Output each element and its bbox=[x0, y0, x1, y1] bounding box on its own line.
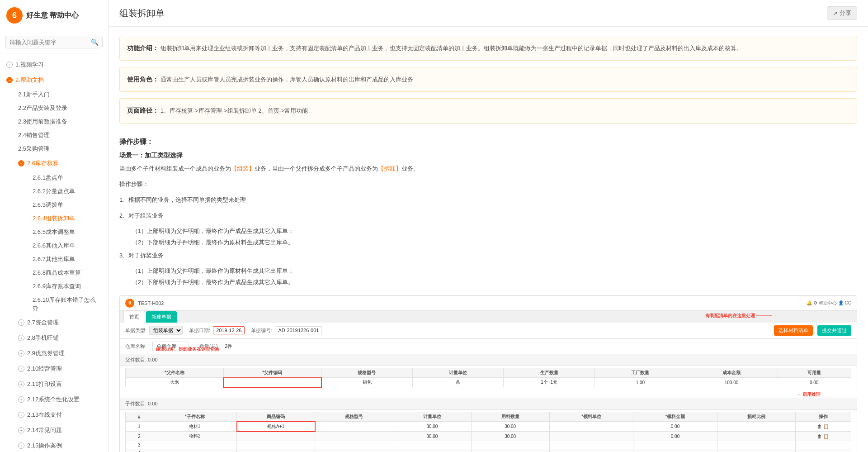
col-sub-spec: 规格型号 bbox=[315, 412, 393, 422]
path-block: 页面路径： 1、库存核算->库存管理->组装拆卸单 2、首页->常用功能 bbox=[119, 98, 857, 123]
step2-2: （2）下部明细为子件明细，最终作为原材料生成其它出库单。 bbox=[132, 237, 857, 248]
step2-1: （1）上部明细为父件明细，最终作为产成品生成其它入库单； bbox=[132, 226, 857, 237]
mock-type-select[interactable]: 组装单据 拆卸单据 bbox=[149, 326, 183, 335]
sidebar-item-coupon[interactable]: + 2.9优惠券管理 bbox=[6, 346, 108, 361]
mock-tab-new[interactable]: 新建单据 bbox=[146, 311, 177, 323]
mock-screen: 6 TEST-H002 🔔 ⚙ 帮助中心 👤 CC 首页 新建单据 单据类型: … bbox=[120, 296, 857, 452]
mock-submit-button[interactable]: 提交并通过 bbox=[817, 325, 851, 336]
expand-icon: + bbox=[18, 335, 24, 341]
mock-bom-btn-wrap: 选择材料清单 有装配清单的在这里处理 ─────→ bbox=[774, 325, 813, 336]
sidebar-item-2.6.2[interactable]: 2.6.2分量盘点单 bbox=[13, 185, 108, 198]
divider1 bbox=[119, 130, 857, 130]
mock-tab-home[interactable]: 首页 bbox=[123, 311, 145, 323]
row-sub-1-name: 物料1 bbox=[153, 422, 237, 432]
role-label: 使用角色： bbox=[127, 76, 159, 83]
mock-count-value: 2件 bbox=[225, 343, 232, 350]
intro-block: 功能介绍： 组装拆卸单用来处理企业组装或拆卸等加工业务，支持有固定装配清单的产品… bbox=[119, 36, 857, 61]
sidebar-item-new[interactable]: 2.1新手入门 bbox=[6, 88, 108, 101]
search-box[interactable]: 🔍 bbox=[5, 36, 103, 48]
search-input[interactable] bbox=[9, 39, 91, 46]
col-sub-loss: 损耗比例 bbox=[717, 412, 795, 422]
mock-annotation-bom: 有装配清单的在这里处理 ─────→ bbox=[705, 313, 777, 319]
sidebar-item-label: 2.12系统个性化设置 bbox=[27, 395, 80, 404]
sidebar-item-label: 2.8手机旺铺 bbox=[27, 334, 59, 342]
row-sub-1-loss bbox=[717, 422, 795, 432]
sidebar-item-docs[interactable]: － 2.帮助文档 bbox=[0, 72, 108, 88]
sidebar-item-mobile[interactable]: + 2.8手机旺铺 bbox=[6, 330, 108, 346]
scenario1-desc: 当由多个子件材料组装成一个成品的业务为【组装】业务，当由一个父件拆分成多个子产品… bbox=[119, 163, 857, 175]
sidebar-item-data[interactable]: 2.3使用前数据准备 bbox=[6, 115, 108, 128]
scenario1-title: 场景一：加工类型选择 bbox=[119, 152, 857, 160]
row-sub-2-spec bbox=[315, 432, 393, 441]
sidebar-item-label: 2.帮助文档 bbox=[15, 76, 44, 84]
sidebar-item-mgmt[interactable]: + 2.10经营管理 bbox=[6, 361, 108, 376]
mock-date-label: 单据日期: bbox=[189, 327, 210, 334]
cell-factory-qty: 1.00 bbox=[595, 378, 686, 387]
sidebar-item-2.6.5[interactable]: 2.6.5成本调整单 bbox=[13, 225, 108, 239]
sidebar-item-2.6.4[interactable]: 2.6.4组装拆卸单 bbox=[13, 212, 108, 225]
sidebar-item-inventory[interactable]: － 2.6库存核算 bbox=[6, 156, 108, 171]
col-spec: 规格型号 bbox=[321, 368, 413, 378]
col-sub-ops: 操作 bbox=[795, 412, 851, 422]
mock-upper-table-wrap: *父件名称 *父件编码 规格型号 计量单位 生产数量 工厂数量 成本金额 可用量 bbox=[120, 366, 857, 391]
mock-bom-button[interactable]: 选择材料清单 bbox=[774, 325, 813, 336]
sidebar-item-faq[interactable]: + 2.14常见问题 bbox=[6, 423, 108, 438]
mock-date-input[interactable]: 2019-12-26 bbox=[213, 326, 245, 334]
cell-spec: 铝包 bbox=[321, 378, 413, 387]
expand-icon: + bbox=[18, 396, 24, 403]
nav-list: + 1.视频学习 － 2.帮助文档 2.1新手入门 2.2产品安装及登录 2.3… bbox=[0, 53, 108, 452]
row-sub-2-pick-unit bbox=[549, 432, 633, 441]
sidebar-item-2.6.8[interactable]: 2.6.8商品成本重算 bbox=[13, 266, 108, 280]
sidebar-item-2.6.10[interactable]: 2.6.10库存账本错了怎么办 bbox=[13, 293, 108, 315]
search-area: 🔍 bbox=[0, 31, 108, 53]
share-button[interactable]: ↗ 分享 bbox=[827, 6, 857, 20]
sidebar-item-cases[interactable]: + 2.15操作案例 bbox=[6, 438, 108, 452]
expand-icon: + bbox=[18, 350, 24, 357]
sidebar-item-onlinepay[interactable]: + 2.13在线支付 bbox=[6, 407, 108, 423]
mock-annotation-type: 组装业务、拆卸业务在这里切换 bbox=[156, 346, 219, 352]
col-parent-code: *父件编码 bbox=[223, 368, 321, 378]
row-sub-2-unit: 30.00 bbox=[393, 432, 471, 441]
sidebar-item-label: 2.14常见问题 bbox=[27, 426, 62, 434]
step2: 2、对于组装业务 bbox=[119, 210, 857, 222]
sidebar-item-sysconfig[interactable]: + 2.12系统个性化设置 bbox=[6, 392, 108, 407]
share-icon: ↗ bbox=[833, 10, 838, 17]
sidebar-item-2.6.9[interactable]: 2.6.9库存账本查询 bbox=[13, 280, 108, 293]
mock-app-header: 6 TEST-H002 🔔 ⚙ 帮助中心 👤 CC bbox=[120, 296, 857, 311]
logo-icon: 6 bbox=[6, 7, 23, 24]
collapse-inventory-icon: － bbox=[18, 160, 24, 167]
path-text: 1、库存核算->库存管理->组装拆卸单 2、首页->常用功能 bbox=[160, 107, 308, 114]
collapse-icon: － bbox=[6, 77, 13, 83]
sidebar-item-2.6.6[interactable]: 2.6.6其他入库单 bbox=[13, 239, 108, 252]
mock-form-area: 仓库名称 总裁仓库 数量(总) 2件 bbox=[120, 339, 857, 354]
sidebar-item-sales[interactable]: 2.4销售管理 bbox=[6, 128, 108, 142]
step1: 1、根据不同的业务，选择不同单据的类型来处理 bbox=[119, 195, 857, 206]
logo-area: 6 好生意 帮助中心 bbox=[0, 0, 108, 31]
sidebar-item-label: 2.10经营管理 bbox=[27, 365, 62, 373]
sidebar-item-label: 1.视频学习 bbox=[15, 61, 44, 69]
sidebar-item-2.6.1[interactable]: 2.6.1盘点单 bbox=[13, 171, 108, 185]
sidebar-item-purchase[interactable]: 2.5采购管理 bbox=[6, 142, 108, 156]
sidebar-item-2.6.7[interactable]: 2.6.7其他出库单 bbox=[13, 252, 108, 266]
role-text: 通常由生产人员或库管人员完成拆装业务的操作，库管人员确认原材料的出库和产成品的入… bbox=[160, 76, 413, 83]
sidebar-item-print[interactable]: + 2.11打印设置 bbox=[6, 376, 108, 392]
mock-code-input: AD-20191226-001 bbox=[275, 326, 322, 334]
cell-available: 0.00 bbox=[777, 378, 851, 387]
row-sub-2-pick-amt: 0.00 bbox=[633, 432, 717, 441]
col-available: 可用量 bbox=[777, 368, 851, 378]
path-label: 页面路径： bbox=[127, 107, 159, 114]
row-sub-2-qty: 30.00 bbox=[471, 432, 549, 441]
cell-produce-qty: 1个+1元 bbox=[504, 378, 595, 387]
sidebar-item-capital[interactable]: + 2.7资金管理 bbox=[6, 315, 108, 330]
steps-title: 操作步骤： bbox=[119, 138, 857, 146]
expand-icon: + bbox=[18, 366, 24, 372]
col-sub-code: 商品编码 bbox=[237, 412, 315, 422]
sidebar-item-label: 2.13在线支付 bbox=[27, 411, 62, 419]
sidebar-item-video[interactable]: + 1.视频学习 bbox=[0, 57, 108, 72]
intro-text: 组装拆卸单用来处理企业组装或拆卸等加工业务，支持有固定装配清单的产品加工业务，也… bbox=[160, 45, 742, 52]
row-sub-2-code bbox=[237, 432, 315, 441]
sidebar-item-install[interactable]: 2.2产品安装及登录 bbox=[6, 101, 108, 115]
sidebar-item-label: 2.6库存核算 bbox=[27, 159, 59, 167]
mock-code-label: 单据编号: bbox=[251, 327, 272, 334]
sidebar-item-2.6.3[interactable]: 2.6.3调拨单 bbox=[13, 198, 108, 212]
